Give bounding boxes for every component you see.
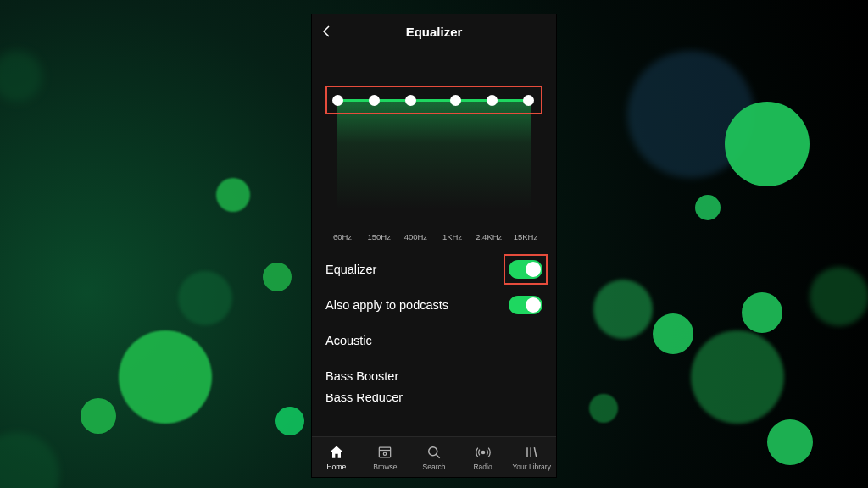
radio-icon: [475, 444, 492, 461]
eq-line: [337, 99, 531, 102]
tab-home[interactable]: Home: [312, 437, 361, 477]
eq-freq-label: 150Hz: [364, 232, 394, 241]
eq-freq-labels: 60Hz 150Hz 400Hz 1KHz 2.4KHz 15KHz: [327, 232, 541, 241]
content-area: 60Hz 150Hz 400Hz 1KHz 2.4KHz 15KHz Equal…: [312, 48, 556, 436]
row-label: Also apply to podcasts: [326, 298, 448, 312]
page-title: Equalizer: [312, 25, 556, 39]
row-label: Acoustic: [326, 334, 372, 347]
phone-frame: Equalizer 60Hz 150Hz 400Hz 1KHz 2.4KHz 1…: [312, 14, 556, 477]
eq-band-handle[interactable]: [405, 95, 416, 106]
tab-label: Your Library: [512, 463, 551, 471]
tab-search[interactable]: Search: [409, 437, 459, 477]
row-equalizer-toggle[interactable]: Equalizer: [312, 252, 556, 287]
eq-freq-label: 15KHz: [510, 232, 541, 241]
back-icon[interactable]: [320, 25, 334, 38]
equalizer-toggle[interactable]: [509, 260, 542, 279]
eq-band-handle[interactable]: [523, 95, 534, 106]
eq-freq-label: 1KHz: [437, 232, 468, 241]
tab-label: Home: [326, 463, 346, 471]
row-label: Equalizer: [326, 263, 376, 276]
toggle-wrap: [509, 260, 542, 279]
row-label: Bass Booster: [326, 369, 398, 383]
tab-radio[interactable]: Radio: [459, 437, 508, 477]
eq-band-handle[interactable]: [332, 95, 343, 106]
eq-freq-label: 400Hz: [400, 232, 431, 241]
svg-line-8: [535, 447, 537, 458]
row-preset-bass-booster[interactable]: Bass Booster: [312, 358, 556, 394]
eq-freq-label: 60Hz: [327, 232, 358, 241]
library-icon: [523, 444, 540, 461]
row-podcasts-toggle[interactable]: Also apply to podcasts: [312, 287, 556, 323]
search-icon: [426, 444, 442, 461]
header: Equalizer: [312, 14, 556, 48]
eq-band-handle[interactable]: [369, 95, 380, 106]
tab-label: Radio: [473, 463, 492, 471]
tab-bar: Home Browse Search Radio Your Library: [312, 436, 556, 477]
home-icon: [328, 444, 345, 461]
row-preset-acoustic[interactable]: Acoustic: [312, 323, 556, 358]
svg-line-4: [436, 454, 439, 458]
svg-point-3: [429, 446, 437, 455]
svg-point-5: [481, 451, 484, 453]
eq-band-handle[interactable]: [487, 95, 498, 106]
tab-label: Search: [423, 463, 446, 471]
settings-list: Equalizer Also apply to podcasts Acousti…: [312, 243, 556, 436]
browse-icon: [376, 444, 393, 461]
tab-browse[interactable]: Browse: [361, 437, 410, 477]
equalizer-graph[interactable]: 60Hz 150Hz 400Hz 1KHz 2.4KHz 15KHz: [312, 82, 556, 243]
tab-label: Browse: [373, 463, 397, 471]
row-preset-bass-reducer[interactable]: Bass Reducer: [312, 394, 556, 409]
eq-glow: [337, 99, 531, 209]
row-label: Bass Reducer: [326, 394, 403, 404]
eq-band-handle[interactable]: [450, 95, 461, 106]
svg-point-2: [384, 452, 387, 455]
eq-freq-label: 2.4KHz: [474, 232, 504, 241]
podcasts-toggle[interactable]: [509, 296, 542, 314]
tab-library[interactable]: Your Library: [507, 437, 556, 477]
